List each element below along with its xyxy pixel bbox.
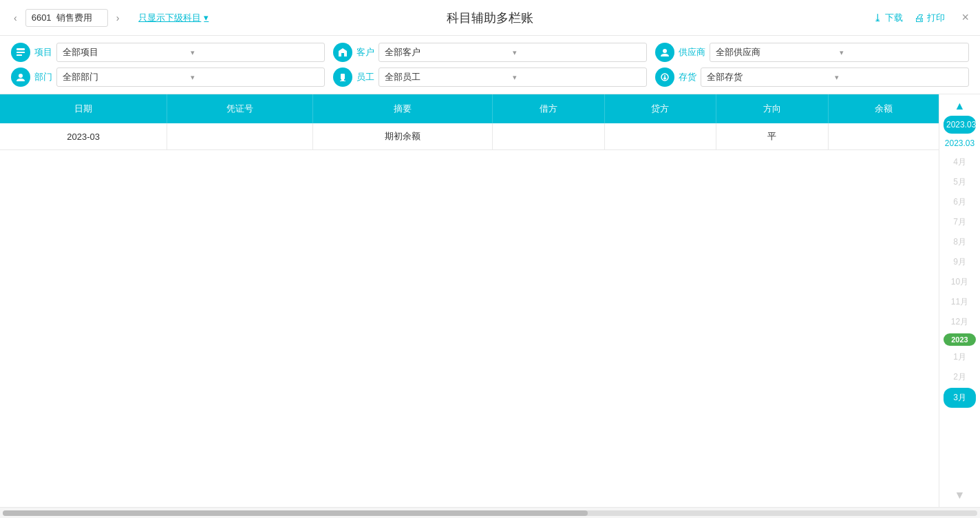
page-title: 科目辅助多栏账	[447, 10, 533, 26]
employee-icon	[333, 68, 352, 87]
account-code-box: 6601 销售费用	[25, 9, 108, 27]
timeline-item-3-selected[interactable]: 3月	[944, 388, 976, 408]
project-select[interactable]: 全部项目 ▾	[56, 43, 325, 62]
timeline-item-6[interactable]: 6月	[939, 192, 980, 212]
customer-chevron: ▾	[513, 48, 641, 57]
timeline-up-arrow[interactable]: ▲	[939, 97, 980, 115]
print-icon: 🖨	[914, 12, 924, 23]
supplier-value: 全部供应商	[716, 46, 840, 59]
timeline-item-4[interactable]: 4月	[939, 152, 980, 172]
timeline-item-12[interactable]: 12月	[939, 312, 980, 332]
department-label: 部门	[34, 71, 52, 83]
table-main: 日期 凭证号 摘要 借方 贷方 方向 余额 2023-03 期初余额	[0, 94, 939, 507]
cell-date: 2023-03	[0, 123, 167, 150]
print-label: 打印	[927, 12, 945, 24]
table-container: 日期 凭证号 摘要 借方 贷方 方向 余额 2023-03 期初余额	[0, 94, 980, 507]
timeline-item-10[interactable]: 10月	[939, 272, 980, 292]
customer-select[interactable]: 全部客户 ▾	[379, 43, 647, 62]
title-bar: ‹ 6601 销售费用 › 只显示下级科目 ▾ 科目辅助多栏账 ⤓ 下载 🖨 打…	[0, 0, 980, 36]
department-chevron: ▾	[191, 73, 319, 82]
timeline-sidebar: ▲ 2023.03 2023.03 4月 5月 6月 7月 8月 9月 10月 …	[939, 94, 980, 507]
timeline-item-2023-03-sub[interactable]: 2023.03	[939, 134, 980, 152]
account-code: 6601	[32, 12, 52, 23]
download-icon: ⤓	[873, 12, 882, 24]
timeline-item-5[interactable]: 5月	[939, 172, 980, 192]
supplier-chevron: ▾	[840, 48, 963, 57]
svg-rect-7	[341, 79, 344, 81]
close-button[interactable]: ×	[961, 10, 969, 25]
cell-balance	[828, 123, 939, 150]
ledger-table: 日期 凭证号 摘要 借方 贷方 方向 余额 2023-03 期初余额	[0, 94, 939, 150]
col-summary: 摘要	[313, 94, 493, 123]
timeline-item-9[interactable]: 9月	[939, 252, 980, 272]
timeline-down-arrow[interactable]: ▼	[939, 486, 980, 504]
project-icon	[11, 43, 30, 62]
customer-label: 客户	[356, 46, 374, 59]
cell-summary: 期初余额	[313, 123, 493, 150]
filter-item-project: 项目 全部项目 ▾	[11, 43, 325, 62]
svg-rect-1	[17, 52, 25, 53]
filter-item-department: 部门 全部部门 ▾	[11, 68, 325, 87]
scrollbar-thumb	[3, 510, 588, 516]
timeline-item-7[interactable]: 7月	[939, 212, 980, 232]
table-row: 2023-03 期初余额 平	[0, 123, 939, 150]
supplier-label: 供应商	[679, 46, 705, 59]
department-select[interactable]: 全部部门 ▾	[56, 68, 325, 87]
col-direction: 方向	[716, 94, 829, 123]
bottom-scrollbar[interactable]	[0, 507, 980, 518]
next-account-arrow[interactable]: ›	[114, 11, 122, 25]
timeline-item-2[interactable]: 2月	[939, 367, 980, 387]
svg-rect-6	[341, 74, 345, 79]
show-sub-label: 只显示下级科目	[138, 12, 201, 24]
department-value: 全部部门	[63, 71, 191, 83]
timeline-item-2023-03-active[interactable]: 2023.03	[944, 116, 976, 134]
filter-row-1: 项目 全部项目 ▾ 客户 全部客户 ▾	[11, 43, 969, 62]
customer-value: 全部客户	[385, 46, 513, 59]
title-right: ⤓ 下载 🖨 打印 ×	[873, 10, 969, 25]
filter-row-2: 部门 全部部门 ▾ 员工 全部员工 ▾	[11, 68, 969, 87]
svg-rect-0	[17, 48, 25, 50]
filter-area: 项目 全部项目 ▾ 客户 全部客户 ▾	[0, 36, 980, 94]
inventory-select[interactable]: 全部存货 ▾	[701, 68, 969, 87]
print-button[interactable]: 🖨 打印	[914, 12, 945, 24]
download-button[interactable]: ⤓ 下载	[873, 12, 903, 24]
col-credit: 贷方	[604, 94, 716, 123]
filter-item-inventory: 存货 全部存货 ▾	[655, 68, 969, 87]
svg-point-4	[663, 49, 667, 53]
supplier-icon	[655, 43, 674, 62]
cell-credit	[604, 123, 716, 150]
customer-icon	[333, 43, 352, 62]
account-name: 销售费用	[56, 12, 92, 23]
main-window: ‹ 6601 销售费用 › 只显示下级科目 ▾ 科目辅助多栏账 ⤓ 下载 🖨 打…	[0, 0, 980, 518]
svg-rect-8	[340, 81, 345, 81]
project-chevron: ▾	[191, 48, 319, 57]
col-date: 日期	[0, 94, 167, 123]
download-label: 下载	[885, 12, 903, 24]
prev-account-arrow[interactable]: ‹	[11, 11, 20, 25]
department-icon	[11, 68, 30, 87]
svg-rect-3	[341, 53, 344, 56]
inventory-label: 存货	[679, 71, 696, 83]
cell-debit	[492, 123, 604, 150]
scrollbar-track	[3, 510, 977, 516]
col-voucher: 凭证号	[167, 94, 313, 123]
timeline-year-2023[interactable]: 2023	[944, 333, 976, 346]
timeline-item-11[interactable]: 11月	[939, 292, 980, 312]
timeline-item-8[interactable]: 8月	[939, 232, 980, 252]
employee-select[interactable]: 全部员工 ▾	[379, 68, 647, 87]
timeline-item-1[interactable]: 1月	[939, 347, 980, 367]
inventory-icon	[655, 68, 674, 87]
col-balance: 余额	[828, 94, 939, 123]
svg-rect-2	[17, 54, 22, 56]
svg-point-5	[19, 74, 23, 78]
title-left: ‹ 6601 销售费用 › 只显示下级科目 ▾	[11, 9, 209, 27]
show-sub-chevron: ▾	[204, 12, 209, 23]
employee-value: 全部员工	[385, 71, 513, 83]
employee-label: 员工	[356, 71, 374, 83]
supplier-select[interactable]: 全部供应商 ▾	[710, 43, 969, 62]
filter-item-customer: 客户 全部客户 ▾	[333, 43, 647, 62]
table-header-row: 日期 凭证号 摘要 借方 贷方 方向 余额	[0, 94, 939, 123]
show-sub-dropdown[interactable]: 只显示下级科目 ▾	[138, 12, 209, 24]
filter-item-employee: 员工 全部员工 ▾	[333, 68, 647, 87]
cell-direction: 平	[716, 123, 829, 150]
